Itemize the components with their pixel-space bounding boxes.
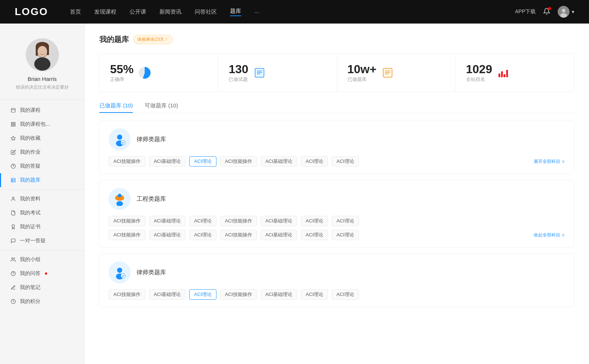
stat-icon-accuracy xyxy=(138,66,151,79)
tag-2-3[interactable]: ACI技能操作 xyxy=(220,289,257,300)
tag-1-3[interactable]: ACI技能操作 xyxy=(220,216,257,226)
svg-point-43 xyxy=(116,201,123,206)
tag-2-6[interactable]: ACI理论 xyxy=(332,289,359,300)
sidebar-label: 我的积分 xyxy=(20,298,40,305)
tag-0-0[interactable]: ACI技能操作 xyxy=(109,156,145,167)
sidebar-item-my-course[interactable]: 我的课程 xyxy=(0,103,84,117)
sidebar-label: 我的题库 xyxy=(20,177,40,183)
sidebar: Brian Harris 错误的决定比没有决定要好 我的课程 我的课程包... xyxy=(0,24,85,364)
page-wrapper: Brian Harris 错误的决定比没有决定要好 我的课程 我的课程包... xyxy=(0,24,589,364)
tag-1-2[interactable]: ACI理论 xyxy=(189,216,216,226)
sidebar-item-my-qa[interactable]: 我的答疑 xyxy=(0,159,84,173)
expand-link-0[interactable]: 展开全部科目 ∨ xyxy=(534,158,565,165)
svg-rect-15 xyxy=(14,125,15,126)
tag-0-5[interactable]: ACI理论 xyxy=(301,156,328,167)
sidebar-label: 我的证书 xyxy=(20,224,40,230)
nav-bank[interactable]: 题库 xyxy=(230,8,241,16)
tag-0-2[interactable]: ACI理论 xyxy=(189,156,216,167)
svg-point-24 xyxy=(12,225,15,227)
tag-1-r2-5[interactable]: ACI理论 xyxy=(301,230,328,240)
svg-rect-19 xyxy=(11,178,15,182)
navbar-right: APP下载 ▾ xyxy=(515,6,574,18)
tag-2-5[interactable]: ACI理论 xyxy=(301,289,328,300)
nav-open-course[interactable]: 公开课 xyxy=(130,8,146,15)
app-download[interactable]: APP下载 xyxy=(515,8,536,15)
tab-done-banks[interactable]: 已做题库 (10) xyxy=(99,102,133,113)
sidebar-label: 我的作业 xyxy=(20,149,40,156)
tag-0-6[interactable]: ACI理论 xyxy=(332,156,359,167)
tag-1-r2-6[interactable]: ACI理论 xyxy=(332,230,359,240)
sidebar-item-course-pack[interactable]: 我的课程包... xyxy=(0,117,84,131)
sidebar-item-one-on-one[interactable]: 一对一答疑 xyxy=(0,234,84,248)
nav-more[interactable]: ··· xyxy=(254,9,259,15)
tag-1-r2-4[interactable]: ACI基础理论 xyxy=(261,230,297,240)
nav-qa[interactable]: 问答社区 xyxy=(195,8,217,15)
tag-1-5[interactable]: ACI理论 xyxy=(301,216,328,226)
stat-accuracy: 55% 正确率 xyxy=(100,54,218,92)
nav-news[interactable]: 新闻资讯 xyxy=(159,8,181,15)
sidebar-label: 我的问答 xyxy=(20,270,40,277)
notification-bell[interactable] xyxy=(543,8,550,16)
tag-1-1[interactable]: ACI基础理论 xyxy=(149,216,186,226)
sidebar-item-certificate[interactable]: 我的证书 xyxy=(0,220,84,234)
tag-1-r2-3[interactable]: ACI技能操作 xyxy=(220,230,257,240)
tag-2-4[interactable]: ACI基础理论 xyxy=(261,289,297,300)
profile-bio: 错误的决定比没有决定要好 xyxy=(16,84,69,90)
tag-1-0[interactable]: ACI技能操作 xyxy=(109,216,145,226)
sidebar-label: 我的收藏 xyxy=(20,135,40,142)
sidebar-item-group[interactable]: 我的小组 xyxy=(0,253,84,267)
sidebar-item-my-info[interactable]: 我的资料 xyxy=(0,192,84,206)
svg-rect-33 xyxy=(383,68,392,77)
svg-rect-12 xyxy=(11,122,13,124)
collapse-link-1[interactable]: 收起全部科目 ∧ xyxy=(534,232,565,238)
sidebar-item-my-exam[interactable]: 我的考试 xyxy=(0,206,84,220)
stat-number-accuracy: 55% xyxy=(110,63,134,76)
sidebar-item-points[interactable]: 我的积分 xyxy=(0,295,84,308)
tag-1-r2-2[interactable]: ACI理论 xyxy=(189,230,216,240)
tag-1-6[interactable]: ACI理论 xyxy=(332,216,359,226)
bar-chart-icon xyxy=(498,68,508,77)
tag-2-2[interactable]: ACI理论 xyxy=(189,289,216,300)
tag-0-1[interactable]: ACI基础理论 xyxy=(149,156,186,167)
qa-icon xyxy=(10,163,16,169)
tag-1-r2-0[interactable]: ACI技能操作 xyxy=(109,230,145,240)
stat-rank: 1029 全站排名 xyxy=(456,54,574,92)
sidebar-item-my-questions[interactable]: 我的问答 xyxy=(0,267,84,281)
sidebar-item-homework[interactable]: 我的作业 xyxy=(0,145,84,159)
exam-icon xyxy=(10,210,16,216)
svg-rect-10 xyxy=(11,108,15,113)
tab-available-banks[interactable]: 可做题库 (10) xyxy=(145,102,178,113)
sidebar-item-question-bank[interactable]: 我的题库 xyxy=(0,173,84,187)
trial-badge: 体验剩余23天！ xyxy=(133,35,173,44)
sidebar-label: 我的小组 xyxy=(20,256,40,263)
nav-discover[interactable]: 发现课程 xyxy=(94,8,116,15)
sidebar-label: 我的考试 xyxy=(20,210,40,216)
stat-label-banks: 已做题库 xyxy=(348,76,377,83)
bank-title-2: 律师类题库 xyxy=(137,269,166,276)
sidebar-label: 一对一答疑 xyxy=(20,238,46,244)
svg-point-42 xyxy=(118,194,121,197)
lawyer-icon-0 xyxy=(109,128,131,150)
nav-home[interactable]: 首页 xyxy=(70,8,81,15)
nav-menu: 首页 发现课程 公开课 新闻资讯 问答社区 题库 ··· xyxy=(70,8,515,16)
sidebar-item-favorites[interactable]: 我的收藏 xyxy=(0,131,84,145)
sidebar-item-notes[interactable]: 我的笔记 xyxy=(0,281,84,295)
question-icon xyxy=(10,271,16,276)
tag-0-3[interactable]: ACI技能操作 xyxy=(220,156,257,167)
user-avatar-menu[interactable]: ▾ xyxy=(558,6,574,18)
svg-point-44 xyxy=(117,268,122,273)
tag-1-4[interactable]: ACI基础理论 xyxy=(261,216,297,226)
stat-done-banks: 10w+ 已做题库 xyxy=(337,54,456,92)
svg-point-1 xyxy=(562,9,565,13)
tag-2-1[interactable]: ACI基础理论 xyxy=(149,289,186,300)
tag-0-4[interactable]: ACI基础理论 xyxy=(261,156,297,167)
notes-icon xyxy=(10,285,16,290)
divider-2 xyxy=(0,250,84,250)
sidebar-label: 我的课程 xyxy=(20,107,40,114)
tag-2-0[interactable]: ACI技能操作 xyxy=(109,289,145,300)
homework-icon xyxy=(10,149,16,155)
svg-point-25 xyxy=(12,258,14,260)
tag-1-r2-1[interactable]: ACI基础理论 xyxy=(149,230,186,240)
tags-row-2: ACI技能操作 ACI基础理论 ACI理论 ACI技能操作 ACI基础理论 AC… xyxy=(109,289,565,300)
svg-point-23 xyxy=(13,197,14,199)
